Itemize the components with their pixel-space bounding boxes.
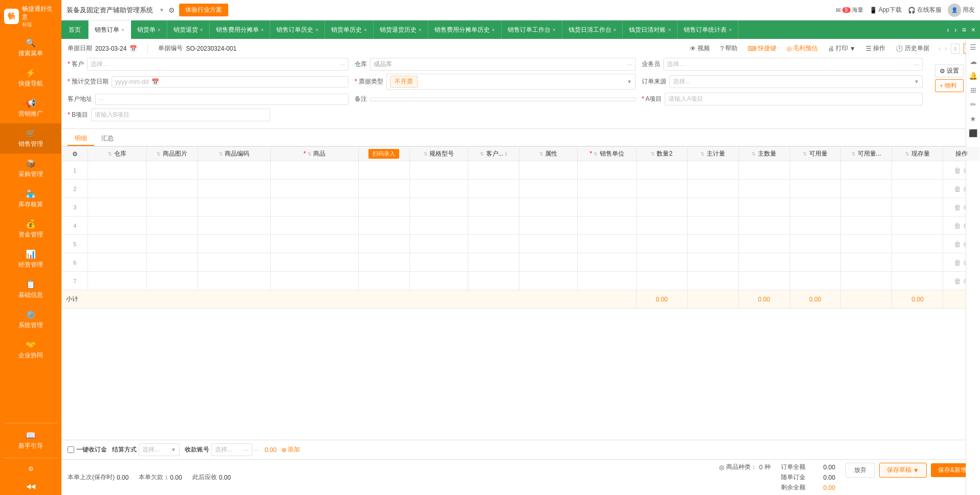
sidebar-item-operations[interactable]: 📊 经营管理 bbox=[0, 244, 61, 274]
nav-left-icon[interactable]: ‹ bbox=[939, 45, 941, 52]
th-image[interactable]: ⇅ 商品图片 bbox=[146, 147, 198, 161]
th-gear[interactable]: ⚙ bbox=[62, 147, 88, 161]
sidebar-item-finance[interactable]: 💰 资金管理 bbox=[0, 214, 61, 244]
tab-fee-history[interactable]: 销售费用分摊单历史 × bbox=[428, 20, 502, 39]
one-click-checkout-checkbox[interactable] bbox=[68, 446, 74, 453]
side-layout-icon[interactable]: ⊞ bbox=[967, 84, 979, 96]
nav-list-icon[interactable]: ≡ bbox=[961, 26, 968, 34]
nav-right-icon[interactable]: › bbox=[945, 45, 947, 52]
sidebar-item-sales[interactable]: 🛒 销售管理 bbox=[0, 123, 61, 154]
side-edit-icon[interactable]: ✏ bbox=[967, 98, 979, 111]
nav-prev-icon[interactable]: ‹ bbox=[945, 26, 951, 34]
tab-sales-order-history[interactable]: 销售订单历史 × bbox=[270, 20, 325, 39]
side-star-icon[interactable]: ★ bbox=[967, 113, 979, 125]
discard-button[interactable]: 放弃 bbox=[845, 463, 875, 478]
side-cloud-icon[interactable]: ☁ bbox=[967, 55, 979, 68]
view-btn[interactable]: 👁 视频 bbox=[687, 43, 713, 54]
messages-item[interactable]: ✉ 9 海量 bbox=[836, 6, 863, 14]
settings-button[interactable]: ⚙ 设置 bbox=[935, 64, 964, 77]
tab-sales-fee[interactable]: 销售费用分摊单 × bbox=[210, 20, 271, 39]
profit-btn[interactable]: ◎ 毛利预估 bbox=[783, 43, 821, 54]
order-source-select[interactable]: 选择... ▼ bbox=[669, 75, 923, 88]
close-sales-order-icon[interactable]: × bbox=[121, 27, 124, 33]
th-main-unit[interactable]: ⇅ 主计量 bbox=[687, 147, 738, 161]
a-project-input[interactable]: 请输入A项目 bbox=[665, 93, 923, 105]
th-customer-code[interactable]: ⇅ 客户... ℹ bbox=[468, 147, 519, 161]
close-reconcile-icon[interactable]: × bbox=[668, 27, 671, 33]
history-btn[interactable]: 🕐 历史单据 bbox=[892, 43, 932, 54]
sidebar-item-quicknav[interactable]: ⚡ 快捷导航 bbox=[0, 63, 61, 93]
sidebar-item-inventory[interactable]: 🏪 库存核算 bbox=[0, 184, 61, 214]
sidebar-item-marketing[interactable]: 📢 营销推广 bbox=[0, 93, 61, 123]
help-btn[interactable]: ? 帮助 bbox=[717, 43, 741, 54]
th-product[interactable]: ⇅ 商品 bbox=[271, 147, 358, 161]
close-sales-return-icon[interactable]: × bbox=[200, 27, 203, 33]
shortcut-btn[interactable]: ⌨ 快捷键 bbox=[745, 43, 779, 54]
sidebar-item-newbie[interactable]: 📖 新手引导 bbox=[0, 425, 61, 456]
nav-close-icon[interactable]: × bbox=[970, 26, 977, 34]
th-warehouse[interactable]: ⇅ 仓库 bbox=[88, 147, 146, 161]
add-payment-button[interactable]: ⊕ 添加 bbox=[281, 445, 300, 454]
payment-method-select[interactable]: 选择... ▼ bbox=[139, 443, 180, 456]
industry-button[interactable]: 体验行业方案 bbox=[179, 4, 228, 16]
calendar-icon[interactable]: 📅 bbox=[129, 45, 137, 52]
tab-detail[interactable]: 明细 bbox=[68, 132, 94, 146]
tab-return-history[interactable]: 销货退货历史 × bbox=[374, 20, 428, 39]
th-spec[interactable]: ⇅ 规格型号 bbox=[409, 147, 468, 161]
data-table-wrapper[interactable]: ⚙ ⇅ 仓库 ⇅ 商品图片 ⇅ 商品编码 ⇅ 商品 扫码录入 ⇅ 规格型号 ⇅ … bbox=[61, 146, 980, 440]
tab-sales-return[interactable]: 销货退货 × bbox=[167, 20, 210, 39]
nav-next-icon[interactable]: › bbox=[953, 26, 959, 34]
grid-view-icon[interactable]: ≡ bbox=[951, 44, 960, 54]
sidebar-item-search[interactable]: 🔍 搜索菜单 bbox=[0, 33, 61, 63]
scan-button[interactable]: 扫码录入 bbox=[368, 149, 399, 159]
close-sales-invoice-icon[interactable]: × bbox=[158, 27, 161, 33]
side-menu-icon[interactable]: ☰ bbox=[967, 41, 979, 53]
bank-account-input[interactable]: 选择... bbox=[211, 443, 252, 456]
close-summary-icon[interactable]: × bbox=[729, 27, 732, 33]
close-fee-history-icon[interactable]: × bbox=[492, 27, 495, 33]
online-service-item[interactable]: 🎧 在线客服 bbox=[908, 6, 942, 14]
close-workbench-icon[interactable]: × bbox=[553, 27, 556, 33]
delete-row-6-icon[interactable]: 🗑 bbox=[954, 259, 961, 267]
tab-invoice-history[interactable]: 销货单历史 × bbox=[325, 20, 374, 39]
th-attr[interactable]: ⇅ 属性 bbox=[519, 147, 578, 161]
delete-row-3-icon[interactable]: 🗑 bbox=[954, 203, 961, 211]
delete-row-1-icon[interactable]: 🗑 bbox=[954, 166, 961, 175]
side-orange-icon[interactable]: ⬛ bbox=[967, 127, 979, 139]
th-avail-qty2[interactable]: ⇅ 可用量... bbox=[841, 147, 892, 161]
sidebar-item-basicinfo[interactable]: 📋 基础信息 bbox=[0, 274, 61, 305]
address-input[interactable] bbox=[95, 94, 349, 105]
th-qty2[interactable]: ⇅ 数量2 bbox=[636, 147, 687, 161]
tab-sales-invoice[interactable]: 销货单 × bbox=[131, 20, 167, 39]
delete-row-4-icon[interactable]: 🗑 bbox=[954, 222, 961, 230]
tab-home[interactable]: 首页 bbox=[61, 20, 89, 39]
th-main-qty[interactable]: ⇅ 主数量 bbox=[738, 147, 790, 161]
tab-reconcile[interactable]: 钱货日清对账 × bbox=[623, 20, 678, 39]
delivery-date-input[interactable]: yyyy-mm-dd 📅 bbox=[112, 76, 349, 88]
operation-btn[interactable]: ☰ 操作 bbox=[863, 43, 888, 54]
tab-summary[interactable]: 销售订单统计表 × bbox=[678, 20, 738, 39]
close-daily-icon[interactable]: × bbox=[614, 27, 617, 33]
sidebar-collapse-btn[interactable]: ◀◀ bbox=[0, 478, 61, 495]
close-sales-fee-icon[interactable]: × bbox=[261, 27, 264, 33]
close-ret-history-icon[interactable]: × bbox=[419, 27, 422, 33]
remarks-input[interactable] bbox=[370, 97, 636, 101]
th-unit[interactable]: ⇅ 销售单位 bbox=[578, 147, 636, 161]
sidebar-item-purchase[interactable]: 📦 采购管理 bbox=[0, 154, 61, 184]
sidebar-settings-btn[interactable]: ⚙ bbox=[0, 460, 61, 478]
delete-row-5-icon[interactable]: 🗑 bbox=[954, 240, 961, 248]
add-material-button[interactable]: + 物料 bbox=[935, 79, 964, 92]
dropdown-chevron-icon[interactable]: ▼ bbox=[159, 7, 164, 13]
topbar-gear-icon[interactable]: ⚙ bbox=[168, 6, 175, 14]
tab-sales-order[interactable]: 销售订单 × bbox=[89, 20, 131, 39]
th-sku[interactable]: ⇅ 商品编码 bbox=[198, 147, 271, 161]
tab-daily-clear[interactable]: 钱货日清工作台 × bbox=[562, 20, 623, 39]
salesman-input[interactable]: 选择... bbox=[663, 58, 923, 71]
date-value[interactable]: 2023-03-24 bbox=[95, 45, 126, 52]
customer-input[interactable]: 选择... bbox=[87, 58, 349, 71]
delete-row-7-icon[interactable]: 🗑 bbox=[954, 277, 961, 285]
delete-row-2-icon[interactable]: 🗑 bbox=[954, 185, 961, 193]
warehouse-input[interactable]: 成品库 ··· bbox=[370, 58, 636, 71]
sidebar-item-collab[interactable]: 🤝 企业协同 bbox=[0, 335, 61, 365]
app-download-item[interactable]: 📱 App下载 bbox=[869, 6, 902, 14]
